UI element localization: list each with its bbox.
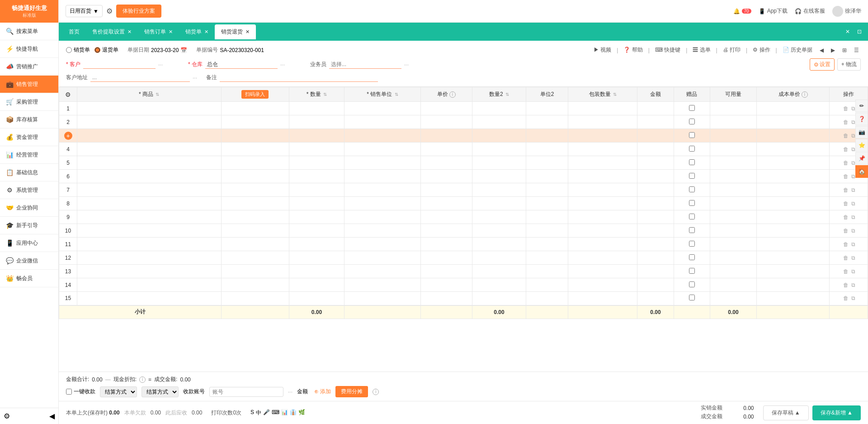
warehouse-picker-icon[interactable]: ···: [280, 62, 285, 68]
pack-qty-cell[interactable]: [568, 102, 637, 115]
rf-camera-icon[interactable]: 📷: [855, 126, 868, 138]
copy-icon[interactable]: ⧉: [851, 241, 855, 248]
settings-button[interactable]: ⚙ 设置: [810, 58, 835, 71]
gift-cell[interactable]: [674, 102, 710, 115]
copy-icon[interactable]: ⧉: [851, 105, 855, 112]
product-cell[interactable]: [77, 265, 222, 278]
gift-checkbox[interactable]: [689, 227, 695, 233]
sales-unit-cell[interactable]: [344, 183, 420, 197]
remark-input[interactable]: [220, 73, 378, 82]
sales-unit-cell[interactable]: [344, 170, 420, 183]
unit-price-cell[interactable]: [420, 183, 472, 197]
delete-icon[interactable]: 🗑: [843, 146, 849, 152]
cost-price-cell[interactable]: [757, 143, 830, 156]
available-cell[interactable]: [710, 143, 757, 156]
delete-icon[interactable]: 🗑: [843, 119, 849, 125]
amount-cell[interactable]: [637, 102, 674, 115]
gift-cell[interactable]: [674, 156, 710, 170]
sidebar-item-appstore[interactable]: 📱 应用中心: [0, 234, 58, 252]
unit-price-cell[interactable]: [420, 238, 472, 251]
gift-cell[interactable]: [674, 115, 710, 129]
qty2-cell[interactable]: [472, 156, 526, 170]
one-click-pay-checkbox[interactable]: 一键收款: [66, 388, 95, 395]
sales-unit-cell-active[interactable]: [344, 129, 420, 143]
available-cell[interactable]: [710, 197, 757, 210]
gift-checkbox[interactable]: [689, 159, 695, 165]
pack-qty-cell[interactable]: [568, 278, 637, 292]
copy-icon[interactable]: ⧉: [851, 187, 855, 193]
qty2-cell[interactable]: [472, 251, 526, 265]
qty-cell[interactable]: [289, 102, 344, 115]
product-cell[interactable]: [77, 143, 222, 156]
qty2-cell[interactable]: [472, 170, 526, 183]
product-cell[interactable]: [77, 238, 222, 251]
cost-price-cell[interactable]: [757, 292, 830, 305]
unit2-cell[interactable]: [526, 224, 568, 238]
unit2-cell[interactable]: [526, 102, 568, 115]
copy-icon[interactable]: ⧉: [851, 255, 855, 261]
pack-qty-cell[interactable]: [568, 156, 637, 170]
gift-checkbox[interactable]: [689, 173, 695, 179]
radio-sales-return[interactable]: 退货单: [94, 46, 118, 54]
qty-sort-icon[interactable]: ⇅: [323, 92, 327, 97]
gift-checkbox[interactable]: [689, 268, 695, 274]
rf-home-icon[interactable]: 🏠: [855, 165, 868, 178]
unit-price-cell[interactable]: [420, 156, 472, 170]
delete-icon[interactable]: 🗑: [843, 160, 849, 166]
gift-checkbox[interactable]: [689, 295, 695, 300]
unit2-cell[interactable]: [526, 183, 568, 197]
calc-method-select[interactable]: 结算方式: [100, 386, 137, 397]
delete-icon[interactable]: 🗑: [843, 200, 849, 207]
history-btn[interactable]: 📄 历史单据: [781, 45, 814, 55]
pack-qty-cell[interactable]: [568, 115, 637, 129]
user-info-item[interactable]: 徐泽华: [832, 6, 861, 17]
rf-edit-icon[interactable]: ✏: [855, 100, 868, 112]
copy-icon[interactable]: ⧉: [851, 268, 855, 275]
cost-price-cell-active[interactable]: [757, 129, 830, 143]
unit-price-cell[interactable]: [420, 224, 472, 238]
copy-icon[interactable]: ⧉: [851, 173, 855, 180]
app-download-item[interactable]: 📱 App下载: [759, 7, 788, 15]
available-cell[interactable]: [710, 170, 757, 183]
operation-btn[interactable]: ⚙ 操作: [751, 45, 772, 55]
tab-sales-delivery[interactable]: 销货单 ✕: [179, 24, 215, 39]
qty2-cell[interactable]: [472, 183, 526, 197]
help-btn[interactable]: ❓ 帮助: [622, 45, 644, 55]
sidebar-item-search[interactable]: 🔍 搜索菜单: [0, 23, 58, 40]
delete-icon[interactable]: 🗑: [843, 173, 849, 180]
gift-cell-active[interactable]: [674, 129, 710, 143]
gift-cell[interactable]: [674, 143, 710, 156]
gift-cell[interactable]: [674, 210, 710, 224]
gift-cell[interactable]: [674, 238, 710, 251]
pack-qty-cell[interactable]: [568, 265, 637, 278]
qty2-cell[interactable]: [472, 292, 526, 305]
gear-settings-icon[interactable]: ⚙: [106, 7, 113, 15]
qty2-cell[interactable]: [472, 265, 526, 278]
sidebar-item-marketing[interactable]: 📣 营销推广: [0, 58, 58, 76]
product-cell[interactable]: [77, 224, 222, 238]
tab-close-all-icon[interactable]: ✕: [843, 28, 853, 36]
qty-cell[interactable]: [289, 292, 344, 305]
warehouse-input[interactable]: [205, 60, 278, 69]
pack-qty-cell[interactable]: [568, 143, 637, 156]
col-gear[interactable]: ⚙: [59, 87, 77, 102]
pack-qty-cell[interactable]: [568, 210, 637, 224]
delete-icon[interactable]: 🗑: [843, 241, 849, 248]
logistics-button[interactable]: + 物流: [837, 58, 861, 71]
cost-price-cell[interactable]: [757, 224, 830, 238]
tool-icon-2[interactable]: 中: [256, 409, 261, 417]
qty-cell[interactable]: [289, 115, 344, 129]
tool-icon-5[interactable]: 📊: [281, 409, 288, 417]
unit2-cell[interactable]: [526, 251, 568, 265]
qty-cell-active[interactable]: [289, 129, 344, 143]
delete-icon[interactable]: 🗑: [843, 214, 849, 220]
notification-item[interactable]: 🔔 70: [733, 8, 751, 14]
sales-unit-cell[interactable]: [344, 102, 420, 115]
cost-split-info-icon[interactable]: i: [373, 389, 379, 395]
tool-icon-6[interactable]: 👔: [290, 409, 297, 417]
product-cell[interactable]: [77, 292, 222, 305]
qty2-cell[interactable]: [472, 102, 526, 115]
amount-cell[interactable]: [637, 278, 674, 292]
available-cell[interactable]: [710, 238, 757, 251]
unit-price-info-icon[interactable]: i: [449, 91, 456, 98]
